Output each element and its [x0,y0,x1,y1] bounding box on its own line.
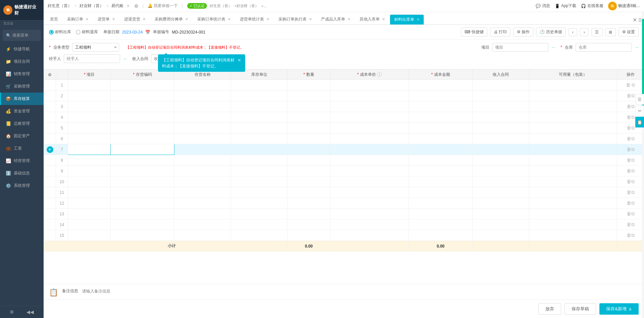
tab-stock-in[interactable]: 进货单 ✕ [93,14,119,24]
next-btn[interactable]: › [580,28,589,36]
shortcut-btn[interactable]: ⌨ 快捷键 [461,28,487,37]
row-delete-btn[interactable]: 🗑 [627,200,631,206]
topbar-settings-icon[interactable]: ⚙ [134,3,139,9]
add-row-btn[interactable]: + [47,146,53,153]
sidebar-item-quick-nav[interactable]: ⚡ 快捷导航 [0,43,44,55]
row-unit-cell[interactable] [231,80,287,91]
row-copy-btn[interactable]: ⧉ [632,82,635,88]
sidebar-item-payroll[interactable]: 💼 工资 [0,142,44,155]
grid-view-btn[interactable]: ⊞ [605,28,616,36]
row-cost-price-cell[interactable] [330,80,409,91]
tab-purchase-expense[interactable]: 采购费用分摊单 ✕ [150,14,193,24]
discard-btn[interactable]: 放弃 [538,303,561,315]
row-copy-btn[interactable]: ⧉ [631,136,635,141]
row-copy-btn[interactable]: ⧉ [631,211,635,216]
tab-purchase-stats[interactable]: 采购订单统计表 ✕ [193,14,235,24]
tab-material-out[interactable]: 材料出库单 ✕ [390,14,424,25]
row-delete-btn[interactable]: 🗑 [627,157,631,163]
tab-home[interactable]: 首页 [46,14,62,24]
topbar-nav-haoshengyi[interactable]: 好生意（首） [48,3,72,9]
row-available-cell[interactable] [529,80,617,91]
project-dots-btn[interactable]: ··· [552,45,555,50]
search-menu[interactable]: 🔍 搜索菜单 [3,30,41,41]
business-type-select[interactable]: 工程领料 直接领料 [72,43,119,52]
row-qty-cell[interactable] [287,80,330,91]
sidebar-item-inventory[interactable]: 📦 库存核算 [0,93,44,105]
tab-close-icon[interactable]: ✕ [143,17,146,21]
row-copy-btn[interactable]: ⧉ [631,147,635,152]
row-delete-btn[interactable]: 🗑 [627,93,631,98]
row-delete-btn[interactable]: 🗑 [627,136,631,141]
sidebar-item-purchase[interactable]: 🛒 采购管理 [0,80,44,93]
sidebar-item-accounting[interactable]: 📒 总账管理 [0,117,44,130]
row-copy-btn[interactable]: ⧉ [631,222,635,227]
row-cost-amount-cell[interactable] [409,80,473,91]
sidebar-settings-btn[interactable]: ⚙ [10,309,14,315]
sidebar-item-operations[interactable]: 📈 经营管理 [0,155,44,167]
sidebar-collapse-btn[interactable]: ◀◀ [26,309,34,315]
app-download-btn[interactable]: 📱 App下载 [555,3,576,9]
save-new-btn[interactable]: 保存&新增 ∧ [599,303,639,315]
row-delete-btn[interactable]: 🗑 [627,211,631,216]
row-copy-btn[interactable]: ⧉ [631,157,635,163]
sidebar-item-fixed-assets[interactable]: 🏠 固定资产 [0,130,44,142]
sidebar-item-finance[interactable]: 💰 资金管理 [0,105,44,117]
note-input[interactable] [82,287,639,295]
sidebar-item-project-contract[interactable]: 📁 项目合同 [0,55,44,68]
save-draft-btn[interactable]: 保存草稿 [565,303,596,315]
row-copy-btn[interactable]: ⧉ [631,114,635,120]
tab-more-btn[interactable]: ☰ [638,18,642,22]
tab-close-icon[interactable]: ✕ [347,17,351,21]
row-delete-btn[interactable]: 🗑 [627,168,631,173]
tab-close-all-btn[interactable]: ✕ [633,17,637,23]
row-delete-btn[interactable]: 🗑 [627,104,631,109]
row-project-cell[interactable] [68,80,111,91]
user-profile[interactable]: 畅 畅捷通8账... [608,2,640,10]
row-delete-btn[interactable]: 🗑 [627,125,631,130]
tab-close-icon[interactable]: ✕ [309,17,312,21]
history-btn[interactable]: 🕐 历史单据 [536,28,566,37]
row-copy-btn[interactable]: ⧉ [631,200,635,206]
right-icon-btn-1[interactable]: ☰ [635,94,644,105]
page-scrollbar[interactable] [642,12,644,318]
topbar-nav-haoyecai[interactable]: 好业财（首） [79,3,104,9]
tab-close-icon[interactable]: ✕ [382,17,385,21]
topbar-nav-more[interactable]: +… [261,4,267,8]
tab-close-icon[interactable]: ✕ [112,17,115,21]
row-delete-btn[interactable]: 🗑 [627,179,631,184]
row-delete-btn[interactable]: 🗑 [627,147,631,152]
row-delete-btn[interactable]: 🗑 [627,222,631,227]
right-icon-btn-3[interactable]: 📋 [635,117,644,127]
row-delete-btn[interactable]: 🗑 [626,82,631,88]
tab-stock-return[interactable]: 进退货货 ✕ [120,14,150,24]
row-copy-btn[interactable]: ⧉ [631,93,635,98]
row-copy-btn[interactable]: ⧉ [631,125,635,130]
tab-finished-goods[interactable]: 产成品入库单 ✕ [317,14,355,24]
topbar-nav-yidaizhang[interactable]: 易代账 [111,3,123,9]
print-btn[interactable]: 🖨 打印 [490,28,511,37]
topbar-nav-trial[interactable]: 🔔 我要体验一下 [148,3,178,9]
tab-close-icon[interactable]: ✕ [185,17,188,21]
radio-material-out[interactable]: 材料出库 [49,29,71,35]
sidebar-item-system[interactable]: ⚙️ 系统管理 [0,179,44,192]
warehouse-input[interactable] [576,43,632,52]
col-settings-header[interactable]: ⚙ [44,70,56,80]
tab-close-icon[interactable]: ✕ [86,17,89,21]
row-delete-btn[interactable]: 🗑 [627,232,631,238]
prev-btn[interactable]: ‹ [569,28,577,36]
doc-date-value[interactable]: 2023-03-24 [122,30,143,35]
operation-btn[interactable]: ⚙ 操作 [513,28,533,37]
topbar-nav-haoshengyi2[interactable]: 好生意（首） [210,3,232,8]
row-delete-btn[interactable]: 🗑 [627,190,631,195]
tab-stock-stats[interactable]: 进货单统计表 ✕ [235,14,274,24]
radio-material-return[interactable]: 材料退库 [76,29,98,35]
online-service-btn[interactable]: 🎧 在线客服 [581,3,603,9]
message-btn[interactable]: 💬 消息 [536,3,550,9]
topbar-nav-haoyecai2[interactable]: +好业财（首） [234,3,259,8]
tab-purchase-order[interactable]: 采购订单 ✕ [63,14,93,24]
sidebar-item-basic-info[interactable]: ℹ️ 基础信息 [0,167,44,179]
row-name-cell[interactable] [174,80,231,91]
settings-btn[interactable]: ⚙ 设置 [619,28,639,37]
tab-close-icon[interactable]: ✕ [417,17,420,22]
cost-price-info-icon[interactable]: i [377,72,382,77]
